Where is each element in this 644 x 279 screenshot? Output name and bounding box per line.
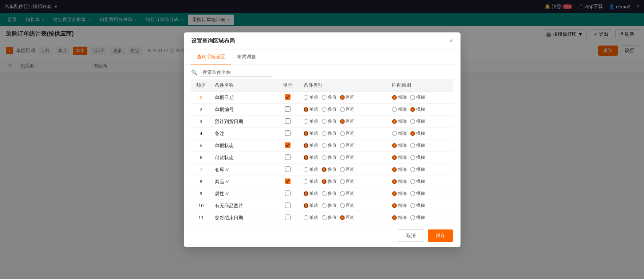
modal-header: 设置查询区域布局 × [184, 32, 461, 50]
modal-title: 设置查询区域布局 [191, 38, 235, 44]
tab-query-fields[interactable]: 查询字段设置 [191, 50, 231, 64]
tab-layout-adjust[interactable]: 布局调整 [231, 50, 262, 64]
search-input[interactable] [199, 68, 272, 73]
tab-layout-adjust-label: 布局调整 [237, 54, 256, 59]
settings-modal: 设置查询区域布局 × 查询字段设置 布局调整 🔍 顺序 条件名称 [184, 32, 461, 73]
modal-overlay: 设置查询区域布局 × 查询字段设置 布局调整 🔍 顺序 条件名称 [0, 0, 644, 72]
modal-tabs: 查询字段设置 布局调整 [184, 50, 461, 64]
tab-query-fields-label: 查询字段设置 [197, 54, 225, 59]
modal-search: 🔍 [184, 64, 461, 73]
modal-close-btn[interactable]: × [449, 37, 453, 45]
search-icon: 🔍 [191, 70, 197, 73]
